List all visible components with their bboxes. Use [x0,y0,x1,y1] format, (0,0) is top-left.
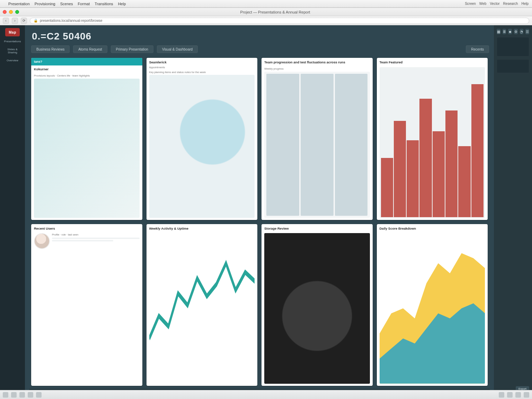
volume-icon[interactable] [507,392,513,398]
card-title: Seamlerick [149,61,255,64]
mail-icon[interactable] [36,392,42,398]
clock-icon[interactable] [524,392,529,398]
sidebar-item[interactable]: Presentations [3,38,22,44]
battery-icon[interactable] [515,392,521,398]
menu-right-item[interactable]: Screen [465,2,476,6]
sidebar-item[interactable]: Slides & Sharing [3,46,22,55]
card-title: Storage Review [264,227,370,231]
right-panel: ▦ ≣ ☻ ⚙ ◔ ☰ Export Asset [494,25,532,399]
card-subtitle: Kokurner [34,68,140,71]
close-icon[interactable] [3,10,7,14]
card-note: Weekly progress [264,67,370,71]
filter-pill[interactable]: Visual & Dashboard [157,45,198,53]
files-icon[interactable] [19,392,25,398]
card[interactable]: Storage Review [261,224,373,386]
os-menubar: Presentation Provisioning Scenes Format … [0,0,532,8]
menu-right-item[interactable]: Help [521,2,529,6]
card-title: Daily Score Breakdown [380,227,485,231]
card-note: Key planning items and status notes for … [149,71,255,74]
reload-button[interactable]: ⟳ [21,18,27,24]
card[interactable]: Weekly Activity & Uptime [147,224,258,386]
right-panel-box[interactable] [497,59,529,73]
menu-item[interactable]: Transitions [95,2,113,6]
window-titlebar: Project — Presentations & Annual Report [0,8,532,16]
line-chart [149,233,255,384]
right-toolbar: ▦ ≣ ☻ ⚙ ◔ ☰ [497,29,529,34]
address-bar[interactable]: 🔒 presentations.local/annual-report/brow… [30,18,529,24]
card-title: Weekly Activity & Uptime [149,227,255,231]
card[interactable]: tans? Kokurner Provisions layouts · Cent… [31,58,142,220]
zoom-icon[interactable] [15,10,19,14]
list-icon[interactable]: ≣ [503,29,506,34]
window-title: Project — Presentations & Annual Report [21,10,529,14]
card-thumbnail [149,75,255,218]
forward-button[interactable]: › [12,18,18,24]
menu-item[interactable]: Scenes [60,2,73,6]
search-icon[interactable] [11,392,17,398]
menu-right-item[interactable]: Vector [490,2,499,6]
browser-toolbar: ‹ › ⟳ 🔒 presentations.local/annual-repor… [0,16,532,25]
menu-item[interactable]: Presentation [8,2,30,6]
bar-chart [380,67,485,218]
gear-icon[interactable]: ⚙ [514,29,518,34]
card-subtitle: Appointments [149,66,255,69]
menu-item[interactable]: Help [118,2,126,6]
minimize-icon[interactable] [9,10,13,14]
menu-icon[interactable]: ☰ [525,29,529,34]
start-icon[interactable] [3,392,8,398]
bar-chart-bars [381,69,484,217]
sidebar: Map Presentations Slides & Sharing Overv… [0,25,25,399]
os-taskbar [0,390,532,399]
avatar [34,233,50,249]
wifi-icon[interactable] [499,392,504,398]
card[interactable]: Team progression and test fluctuations a… [261,58,373,220]
main-content: 0.=C2 50406 Business Reviews Atoms Reque… [25,25,494,399]
back-button[interactable]: ‹ [3,18,9,24]
menu-right-item[interactable]: Web [479,2,486,6]
filter-pill[interactable]: Business Reviews [31,45,70,53]
card[interactable]: Team Featured [377,58,488,220]
grid-icon[interactable]: ▦ [497,29,500,34]
app-window: Project — Presentations & Annual Report … [0,8,532,399]
card-title: Recent Users [34,227,140,231]
url-text: presentations.local/annual-report/browse [40,19,103,23]
card-thumbnail [264,233,370,384]
card[interactable]: Recent Users Profile · role · last seen [31,224,142,386]
card[interactable]: Seamlerick Appointments Key planning ite… [147,58,258,220]
sidebar-item[interactable]: Overview [3,57,22,63]
browser-icon[interactable] [28,392,33,398]
page-title: 0.=C2 50406 [29,30,490,45]
card-thumbnail [34,79,140,218]
card-title: Team Featured [380,61,485,64]
brand-logo[interactable]: Map [5,28,20,36]
card-note: Provisions layouts · Centers life · team… [34,74,140,78]
card-grid: tans? Kokurner Provisions layouts · Cent… [29,56,490,389]
filter-pill[interactable]: Primary Presentation [111,45,153,53]
card[interactable]: Daily Score Breakdown [377,224,488,386]
card-title: Team progression and test fluctuations a… [264,61,370,64]
menu-right-item[interactable]: Research [503,2,518,6]
right-panel-box[interactable] [497,37,529,56]
user-icon[interactable]: ☻ [508,29,512,34]
card-note: Profile · role · last seen [52,233,140,237]
menu-item[interactable]: Format [78,2,90,6]
filter-row: Business Reviews Atoms Request Primary P… [31,45,489,53]
card-thumbnail [264,72,370,218]
area-chart [380,233,485,384]
card-header: tans? [31,58,142,65]
menu-item[interactable]: Provisioning [35,2,55,6]
lock-icon: 🔒 [34,19,38,23]
filter-pill-recents[interactable]: Recents [466,45,489,53]
bell-icon[interactable]: ◔ [520,29,524,34]
filter-pill[interactable]: Atoms Request [73,45,107,53]
